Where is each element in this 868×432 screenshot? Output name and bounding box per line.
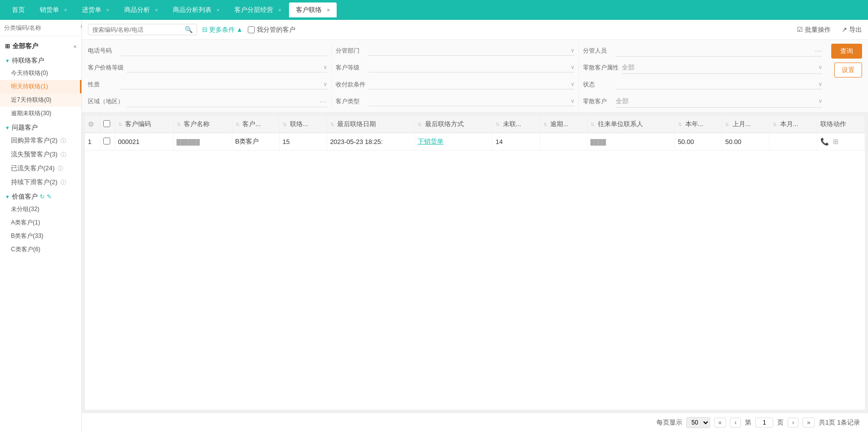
top-nav: 首页 销货单 × 进货单 × 商品分析 × 商品分析列表 × 客户分层经营 × … [0, 0, 868, 20]
close-customer-contact-icon[interactable]: × [327, 7, 330, 13]
sidebar-content: ⊞ 全部客户 « ▼ 待联络客户 今天待联络(0) 明天待联络(1) 近7天待联… [0, 36, 81, 432]
filter-row-2: 客户价格等级 ∨ 客户等级 ∨ [88, 61, 822, 74]
query-button[interactable]: 查询 [831, 44, 862, 59]
filter-price-level: 客户价格等级 ∨ [88, 63, 327, 72]
close-analysis-icon[interactable]: × [155, 7, 158, 13]
triangle-icon2: ▼ [5, 125, 10, 131]
set-button[interactable]: 设置 [834, 63, 862, 77]
status-chevron-icon: ∨ [818, 81, 822, 87]
nav-item-customer-tier[interactable]: 客户分层经营 × [227, 2, 288, 17]
sidebar-item-declining[interactable]: 持续下滑客户(2) ⓘ [0, 175, 81, 189]
filter-phone-input[interactable] [121, 46, 327, 56]
col-customer-code: ⇅ 客户编码 [115, 116, 173, 133]
select-all-checkbox[interactable] [103, 120, 110, 127]
sidebar-item-today-contact[interactable]: 今天待联络(0) [0, 67, 81, 80]
col-actions: 联络动作 [817, 116, 865, 133]
data-table: ⚙ ⇅ 客户编码 ⇅ 客户名称 [85, 116, 865, 150]
col-gear: ⚙ [85, 116, 100, 133]
nav-item-purchaseorder[interactable]: 进货单 × [75, 2, 116, 17]
settings-icon[interactable]: ⚙ [88, 120, 94, 128]
col-this-year: ⇅ 本年... [674, 116, 722, 133]
filter-retail-select[interactable]: 全部 ∨ [616, 95, 822, 108]
export-button[interactable]: ↗ 导出 [842, 25, 862, 34]
retail-attr-chevron-icon: ∨ [818, 64, 822, 71]
filter-dept: 分管部门 ∨ [336, 46, 575, 56]
sidebar-item-overdue-contact[interactable]: 逾期未联络(30) [0, 107, 81, 120]
first-page-button[interactable]: « [714, 418, 726, 428]
prev-page-button[interactable]: ‹ [730, 418, 741, 428]
filter-person: 分管人员 ··· [583, 45, 822, 57]
sort-icon6: ⇅ [418, 122, 422, 127]
row-action-phone-icon[interactable]: 📞 [820, 138, 829, 145]
main-search-icon[interactable]: 🔍 [185, 26, 193, 33]
nav-item-analysis[interactable]: 商品分析 × [117, 2, 165, 17]
sidebar-item-churned[interactable]: 已流失客户(24) ⓘ [0, 161, 81, 175]
sidebar-search-input[interactable] [4, 24, 78, 31]
nav-home[interactable]: 首页 [5, 2, 32, 17]
main-search-input[interactable] [92, 26, 185, 33]
my-customers-checkbox[interactable]: 我分管的客户 [248, 25, 295, 34]
row-checkbox[interactable] [103, 138, 110, 144]
last-method-link[interactable]: 下销货单 [418, 138, 443, 145]
close-purchaseorder-icon[interactable]: × [106, 7, 109, 13]
close-salesorder-icon[interactable]: × [64, 7, 67, 13]
cell-this-month [769, 133, 817, 150]
my-customers-check[interactable] [248, 26, 255, 33]
row-action-grid-icon[interactable]: ⊞ [833, 138, 839, 145]
nav-item-analysis-list[interactable]: 商品分析列表 × [166, 2, 226, 17]
filter-region-select[interactable]: ··· [127, 96, 327, 107]
cell-this-year: 50.00 [674, 133, 722, 150]
sidebar-item-ungrouped[interactable]: 未分组(32) [0, 203, 81, 216]
edit-icon[interactable]: ✎ [47, 193, 52, 200]
close-analysis-list-icon[interactable]: × [217, 7, 219, 13]
sidebar-item-class-a[interactable]: A类客户(1) [0, 216, 81, 229]
row-action-icons: 📞 ⊞ [820, 138, 862, 145]
payment-chevron-icon: ∨ [571, 81, 575, 87]
page-size-select[interactable]: 50 [686, 417, 710, 428]
col-this-month: ⇅ 本月... [769, 116, 817, 133]
unit-contact-masked: ████ [590, 139, 606, 145]
last-page-button[interactable]: » [802, 418, 815, 428]
sidebar-item-churn-warning[interactable]: 流失预警客户(3) ⓘ [0, 147, 81, 161]
sidebar-all-customers[interactable]: ⊞ 全部客户 « [0, 39, 81, 53]
cell-contact-count: 15 [280, 133, 327, 150]
filter-row-4: 区域（地区） ··· 客户类型 ∨ [88, 94, 822, 108]
sidebar-item-tomorrow-contact[interactable]: 明天待联络(1) [0, 80, 81, 93]
filter-status-select[interactable]: ∨ [616, 79, 822, 89]
sidebar-collapse-icon[interactable]: « [73, 43, 76, 49]
filter-customer-type: 客户类型 ∨ [336, 96, 575, 106]
page-number-input[interactable] [755, 418, 773, 428]
sidebar-item-7day-contact[interactable]: 近7天待联络(0) [0, 93, 81, 107]
filter-price-level-select[interactable]: ∨ [127, 63, 327, 72]
filter-customer-level-select[interactable]: ∨ [368, 63, 575, 72]
nav-item-customer-contact[interactable]: 客户联络 × [289, 2, 337, 17]
next-page-button[interactable]: › [788, 418, 798, 428]
sort-icon2: ⇅ [177, 122, 181, 127]
cell-checkbox [100, 133, 115, 150]
price-level-chevron-icon: ∨ [323, 64, 327, 71]
cell-type: B类客户 [232, 133, 280, 150]
cell-overdue [540, 133, 587, 150]
filter-person-select[interactable]: ··· [616, 45, 822, 57]
sort-icon9: ⇅ [590, 122, 594, 127]
nav-item-salesorder[interactable]: 销货单 × [33, 2, 74, 17]
sidebar-value-group: ▼ 价值客户 ↻ ✎ [0, 189, 81, 203]
cell-name: ██████ [173, 133, 232, 150]
col-last-contact-date: ⇅ 最后联络日期 [327, 116, 415, 133]
filter-payment-select[interactable]: ∨ [368, 79, 575, 89]
filter-nature-select[interactable]: ∨ [121, 79, 327, 89]
filter-dept-select[interactable]: ∨ [368, 46, 575, 56]
advanced-filter: 电话号码 分管部门 ∨ 分管人员 [82, 40, 868, 113]
sidebar-item-class-b[interactable]: B类客户(33) [0, 229, 81, 243]
refresh-icon[interactable]: ↻ [40, 193, 45, 200]
bulk-actions-button[interactable]: ☑ 批量操作 [797, 25, 831, 34]
filter-retail-attr-select[interactable]: 全部 ∨ [622, 62, 822, 74]
filter-row-3: 性质 ∨ 收付款条件 ∨ [88, 77, 822, 91]
close-customer-tier-icon[interactable]: × [278, 7, 281, 13]
sidebar-item-class-c[interactable]: C类客户(6) [0, 243, 81, 256]
sidebar-item-repurchase-abnormal[interactable]: 回购异常客户(2) ⓘ [0, 134, 81, 147]
sort-icon11: ⇅ [725, 122, 729, 127]
filter-customer-type-select[interactable]: ∨ [368, 96, 575, 106]
filter-retail-attr: 零散客户属性 全部 ∨ [583, 62, 822, 74]
more-filter-button[interactable]: ⊟ 更多条件 ▲ [202, 25, 243, 34]
